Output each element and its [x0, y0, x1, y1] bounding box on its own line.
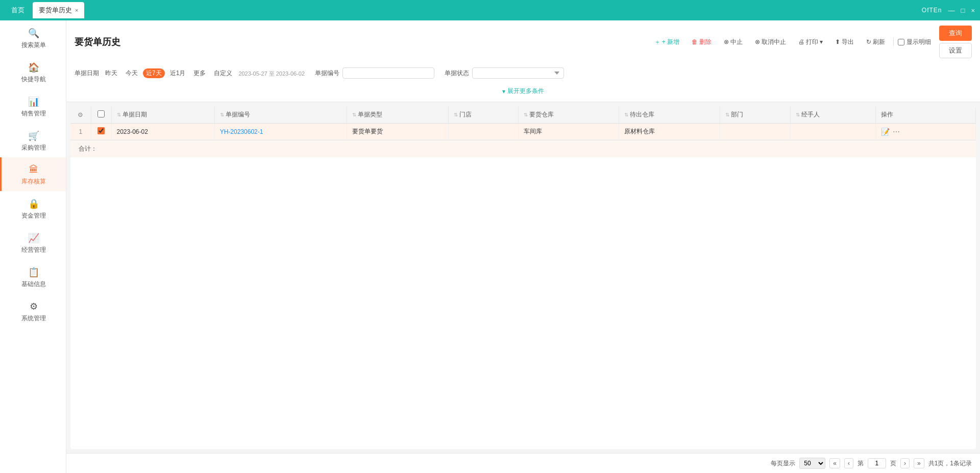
display-detail-checkbox[interactable] — [898, 39, 904, 45]
sort-doc-date-icon — [117, 111, 122, 118]
th-settings[interactable]: ⚙ — [70, 106, 91, 124]
new-button[interactable]: ＋ + 新增 — [650, 36, 683, 49]
row-pending-warehouse: 原材料仓库 — [619, 124, 720, 140]
page-input[interactable] — [868, 458, 886, 468]
date-shortcut-1month[interactable]: 近1月 — [167, 68, 189, 78]
export-button[interactable]: ⬆ 导出 — [831, 36, 858, 49]
next-page-btn[interactable]: › — [900, 458, 910, 468]
th-store[interactable]: 门店 — [448, 106, 518, 124]
th-doc-date[interactable]: 单据日期 — [111, 106, 214, 124]
inventory-icon: 🏛 — [29, 164, 38, 175]
tab-active[interactable]: 要货单历史 × — [33, 2, 84, 18]
first-page-btn[interactable]: « — [829, 458, 840, 468]
row-doc-type: 要货单要货 — [347, 124, 449, 140]
sort-store-icon — [454, 111, 459, 118]
display-detail-checkbox-label[interactable]: 显示明细 — [898, 38, 931, 46]
purchase-icon: 🛒 — [28, 130, 39, 141]
export-icon: ⬆ — [835, 38, 840, 45]
sidebar-item-search-menu[interactable]: 🔍 搜索菜单 — [0, 20, 66, 55]
row-doc-no[interactable]: YH-20230602-1 — [214, 124, 347, 140]
total-records-label: 共1页，1条记录 — [928, 459, 972, 468]
date-filter-label: 单据日期 — [75, 69, 99, 78]
row-num: 1 — [70, 124, 91, 140]
table-settings-icon[interactable]: ⚙ — [78, 111, 83, 119]
close-tab-icon[interactable]: × — [75, 7, 78, 13]
th-checkbox[interactable] — [91, 106, 111, 124]
page-header: 要货单历史 ＋ + 新增 🗑 删除 ⊗ 中止 ⊗ — [66, 20, 980, 102]
last-page-btn[interactable]: » — [914, 458, 924, 468]
prev-page-btn[interactable]: ‹ — [844, 458, 853, 468]
th-action: 操作 — [875, 106, 975, 124]
th-pending-warehouse[interactable]: 待出仓库 — [619, 106, 720, 124]
th-doc-type[interactable]: 单据类型 — [347, 106, 449, 124]
date-shortcut-custom[interactable]: 自定义 — [211, 68, 235, 78]
display-detail-label: 显示明细 — [906, 38, 931, 46]
refresh-label: 刷新 — [873, 38, 885, 46]
th-req-warehouse[interactable]: 要货仓库 — [519, 106, 619, 124]
th-department[interactable]: 部门 — [720, 106, 790, 124]
sidebar-item-finance-label: 资金管理 — [21, 211, 46, 220]
status-filter-select[interactable] — [472, 67, 564, 79]
sidebar-item-operations[interactable]: 📈 经营管理 — [0, 225, 66, 259]
sidebar-item-inventory[interactable]: 🏛 库存核算 — [0, 157, 66, 191]
query-button[interactable]: 查询 — [939, 26, 972, 41]
th-doc-no[interactable]: 单据编号 — [214, 106, 347, 124]
sidebar-item-purchase[interactable]: 🛒 采购管理 — [0, 123, 66, 157]
row-req-warehouse: 车间库 — [519, 124, 619, 140]
table-body: 1 2023-06-02 YH-20230602-1 要货单要货 车间库 原材料… — [70, 124, 976, 140]
docno-filter-label: 单据编号 — [315, 69, 339, 78]
page-label-after: 页 — [890, 459, 896, 468]
date-shortcut-7days[interactable]: 近7天 — [143, 68, 165, 78]
pagination-bar: 每页显示 50 20 100 « ‹ 第 页 › » 共1页，1条记录 — [66, 453, 980, 473]
docno-filter-input[interactable] — [342, 67, 434, 79]
expand-more-btn[interactable]: ▾ 展开更多条件 — [502, 85, 544, 98]
sidebar-item-purchase-label: 采购管理 — [21, 144, 46, 152]
delete-button[interactable]: 🗑 删除 — [688, 36, 716, 49]
stop-label: 中止 — [730, 38, 743, 46]
sidebar-item-search-menu-label: 搜索菜单 — [21, 41, 46, 50]
page-size-select[interactable]: 50 20 100 — [799, 458, 825, 469]
sidebar-item-basic-info-label: 基础信息 — [21, 280, 46, 289]
sidebar-item-system-label: 系统管理 — [21, 314, 46, 323]
action-edit-icon[interactable]: 📝 — [881, 128, 890, 136]
sidebar-item-sales-label: 销售管理 — [21, 109, 46, 118]
date-shortcut-today[interactable]: 今天 — [122, 68, 141, 78]
th-handler[interactable]: 经手人 — [790, 106, 875, 124]
toolbar: ＋ + 新增 🗑 删除 ⊗ 中止 ⊗ 取消中止 — [650, 26, 972, 58]
sidebar-item-finance[interactable]: 🔒 资金管理 — [0, 191, 66, 225]
sort-department-icon — [725, 111, 731, 118]
main-layout: 🔍 搜索菜单 🏠 快捷导航 📊 销售管理 🛒 采购管理 🏛 库存核算 🔒 资金管… — [0, 20, 980, 473]
sidebar-item-system[interactable]: ⚙ 系统管理 — [0, 294, 66, 328]
delete-label: 删除 — [699, 38, 712, 46]
sidebar-item-basic-info[interactable]: 📋 基础信息 — [0, 259, 66, 294]
print-icon: 🖨 — [798, 38, 804, 45]
settings-button[interactable]: 设置 — [939, 43, 972, 58]
data-table: ⚙ 单据日期 单据编号 单据类型 门店 要货仓库 待出仓库 部门 经手人 操 — [70, 106, 976, 140]
minimize-btn[interactable]: — — [948, 7, 955, 14]
sidebar-item-sales[interactable]: 📊 销售管理 — [0, 89, 66, 123]
tab-home[interactable]: 首页 — [5, 2, 31, 18]
stop-button[interactable]: ⊗ 中止 — [720, 36, 747, 49]
sidebar-item-quick-nav[interactable]: 🏠 快捷导航 — [0, 55, 66, 89]
window-close-btn[interactable]: × — [971, 7, 975, 14]
filter-date-group: 单据日期 昨天 今天 近7天 近1月 更多 自定义 2023-05-27 至 2… — [75, 68, 305, 78]
print-label: 打印 — [806, 38, 818, 46]
quick-nav-icon: 🏠 — [28, 62, 39, 73]
refresh-button[interactable]: ↻ 刷新 — [862, 36, 889, 49]
stop-icon: ⊗ — [724, 38, 729, 45]
row-handler — [790, 124, 875, 140]
select-all-checkbox[interactable] — [97, 110, 105, 117]
cancel-stop-button[interactable]: ⊗ 取消中止 — [751, 36, 790, 49]
expand-more-icon: ▾ — [502, 88, 505, 95]
sort-req-warehouse-icon — [524, 111, 529, 118]
print-button[interactable]: 🖨 打印 ▾ — [794, 36, 827, 49]
date-shortcut-more[interactable]: 更多 — [190, 68, 209, 78]
maximize-btn[interactable]: □ — [961, 7, 965, 14]
delete-icon: 🗑 — [692, 38, 698, 45]
date-shortcut-yesterday[interactable]: 昨天 — [102, 68, 120, 78]
sidebar-item-quick-nav-label: 快捷导航 — [21, 75, 46, 84]
row-checkbox[interactable] — [91, 124, 111, 140]
action-more-icon[interactable]: ⋯ — [893, 128, 900, 136]
sort-doc-type-icon — [352, 111, 358, 118]
date-shortcuts: 昨天 今天 近7天 近1月 更多 自定义 — [102, 68, 235, 78]
